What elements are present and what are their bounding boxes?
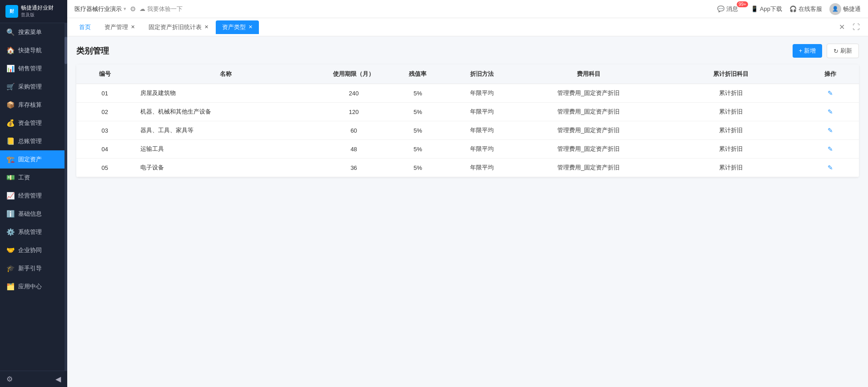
col-header-method: 折旧方法 [446,64,517,84]
sidebar-item-sales[interactable]: 📊销售管理 [0,60,64,78]
refresh-icon: ↻ [833,48,838,55]
cell-code-0: 01 [76,84,133,103]
sidebar-item-quick-nav[interactable]: 🏠快捷导航 [0,41,64,60]
sidebar-item-label: 系统管理 [18,228,42,236]
experience-button[interactable]: ☁ 我要体验一下 [139,5,183,13]
sidebar-item-funds[interactable]: 💰资金管理 [0,114,64,132]
table-header-row: 编号 名称 使用期限（月） 残值率 折旧方法 费用科目 累计折旧科目 操作 [76,64,859,84]
user-profile[interactable]: 👤 畅捷通 [829,3,861,15]
cell-period-3: 48 [318,140,390,159]
col-header-period: 使用期限（月） [318,64,390,84]
sidebar-item-label: 应用中心 [18,283,42,291]
app-download-button[interactable]: 📱 App下载 [751,5,782,13]
sidebar-item-label: 企业协同 [18,246,42,254]
topbar: 医疗器械行业演示 ▾ ⚙ ☁ 我要体验一下 💬 消息 99+ 📱 App下载 🎧… [67,0,868,18]
refresh-label: 刷新 [840,47,852,55]
sidebar-bottom: ⚙ ◀ [0,371,67,387]
col-header-accum: 累计折旧科目 [660,64,802,84]
tab-asset-management[interactable]: 资产管理 ✕ [98,20,141,34]
cell-accum-0: 累计折旧 [660,84,802,103]
sidebar-item-system[interactable]: ⚙️系统管理 [0,223,64,241]
sidebar-item-basic-info[interactable]: ℹ️基础信息 [0,205,64,223]
cell-expense-3: 管理费用_固定资产折旧 [517,140,660,159]
sidebar-item-label: 销售管理 [18,64,42,73]
cell-code-4: 05 [76,159,133,177]
messages-button[interactable]: 💬 消息 99+ [717,5,744,13]
basic-info-icon: ℹ️ [6,210,15,218]
cell-op-0: ✎ [802,84,859,103]
settings-icon[interactable]: ⚙ [6,375,13,383]
table-row: 04 运输工具 48 5% 年限平均 管理费用_固定资产折旧 累计折旧 ✎ [76,140,859,159]
close-fixed-assets-table-icon[interactable]: ✕ [204,24,208,30]
close-window-button[interactable]: ✕ [835,21,848,34]
sidebar-item-purchase[interactable]: 🛒采购管理 [0,78,64,96]
sidebar-item-operations[interactable]: 📈经营管理 [0,187,64,205]
sidebar-item-app-center[interactable]: 🗂️应用中心 [0,278,64,296]
maximize-window-button[interactable]: ⛶ [850,21,863,34]
edit-icon-1[interactable]: ✎ [828,108,833,115]
close-asset-type-icon[interactable]: ✕ [248,24,253,30]
company-selector[interactable]: 医疗器械行业演示 ▾ [74,5,126,13]
cell-method-0: 年限平均 [446,84,517,103]
ledger-icon: 📒 [6,137,15,145]
tab-fixed-assets-table-label: 固定资产折旧统计表 [149,23,202,31]
sidebar-item-enterprise[interactable]: 🤝企业协同 [0,241,64,259]
online-support-button[interactable]: 🎧 在线客服 [789,5,822,13]
sidebar-nav: 🔍搜索菜单🏠快捷导航📊销售管理🛒采购管理📦库存核算💰资金管理📒总账管理🏗️固定资… [0,23,64,371]
cell-accum-1: 累计折旧 [660,103,802,121]
logo-icon: 财 [5,5,18,18]
username: 畅捷通 [843,5,861,13]
sidebar-item-label: 总账管理 [18,137,42,145]
cell-accum-3: 累计折旧 [660,140,802,159]
cell-name-3: 运输工具 [133,140,318,159]
edit-icon-0[interactable]: ✎ [828,89,833,97]
cell-code-2: 03 [76,121,133,140]
sidebar-item-fixed-assets[interactable]: 🏗️固定资产 [0,150,64,169]
guide-icon: 🎓 [6,264,15,273]
col-header-operation: 操作 [802,64,859,84]
cell-code-1: 02 [76,103,133,121]
sidebar-logo: 财 畅捷通好业财 普及版 [0,0,67,23]
cell-expense-4: 管理费用_固定资产折旧 [517,159,660,177]
page-actions: + 新增 ↻ 刷新 [793,44,859,58]
system-icon: ⚙️ [6,228,15,236]
edit-icon-4[interactable]: ✎ [828,164,833,171]
sidebar-item-payroll[interactable]: 💵工资 [0,169,64,187]
tab-asset-type[interactable]: 资产类型 ✕ [216,20,259,34]
cell-residual-4: 5% [389,159,446,177]
cell-period-2: 60 [318,121,390,140]
gear-icon[interactable]: ⚙ [130,5,136,13]
sidebar-item-label: 经营管理 [18,192,42,200]
logo-sub: 普及版 [21,12,54,18]
col-header-expense: 费用科目 [517,64,660,84]
topbar-right: 💬 消息 99+ 📱 App下载 🎧 在线客服 👤 畅捷通 [717,3,861,15]
sidebar-item-label: 采购管理 [18,83,42,91]
close-asset-management-icon[interactable]: ✕ [131,24,135,30]
sidebar-item-inventory[interactable]: 📦库存核算 [0,96,64,114]
experience-label: 我要体验一下 [147,5,183,13]
cell-accum-2: 累计折旧 [660,121,802,140]
cell-code-3: 04 [76,140,133,159]
payroll-icon: 💵 [6,174,15,182]
new-button[interactable]: + 新增 [793,44,822,58]
sidebar-item-label: 库存核算 [18,101,42,109]
edit-icon-2[interactable]: ✎ [828,127,833,134]
tab-home[interactable]: 首页 [73,20,97,34]
refresh-button[interactable]: ↻ 刷新 [827,44,859,58]
sidebar-item-guide[interactable]: 🎓新手引导 [0,259,64,278]
cell-period-0: 240 [318,84,390,103]
sidebar-item-ledger[interactable]: 📒总账管理 [0,132,64,150]
sidebar-item-label: 工资 [18,174,30,182]
cell-method-4: 年限平均 [446,159,517,177]
tab-fixed-assets-table[interactable]: 固定资产折旧统计表 ✕ [142,20,215,34]
sidebar-item-search[interactable]: 🔍搜索菜单 [0,23,64,41]
app-center-icon: 🗂️ [6,283,15,291]
sidebar: 财 畅捷通好业财 普及版 🔍搜索菜单🏠快捷导航📊销售管理🛒采购管理📦库存核算💰资… [0,0,67,387]
edit-icon-3[interactable]: ✎ [828,145,833,153]
cell-op-3: ✎ [802,140,859,159]
collapse-icon[interactable]: ◀ [55,375,61,383]
cell-expense-1: 管理费用_固定资产折旧 [517,103,660,121]
cell-method-2: 年限平均 [446,121,517,140]
cell-name-2: 器具、工具、家具等 [133,121,318,140]
cell-period-1: 120 [318,103,390,121]
